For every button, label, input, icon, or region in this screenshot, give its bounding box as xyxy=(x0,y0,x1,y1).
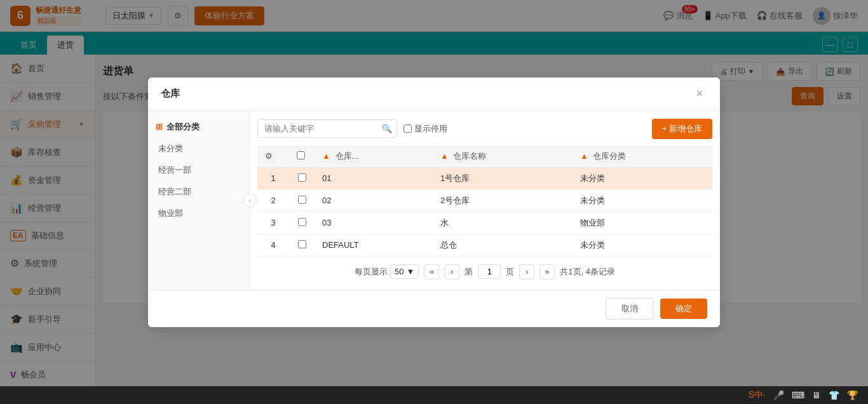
pagination: 每页显示 50 ▼ « ‹ 第 页 › » 共1页, 4条记录 xyxy=(257,257,712,282)
row-code: 03 xyxy=(315,212,433,234)
sort-icon: ▲ xyxy=(322,151,330,161)
modal-overlay[interactable]: 仓库 × ⊞ 全部分类 未分类 经营一部 经营二部 xyxy=(0,0,868,404)
per-page-label: 每页显示 xyxy=(355,266,388,278)
confirm-button[interactable]: 确定 xyxy=(660,299,707,319)
all-categories-item[interactable]: ⊞ 全部分类 xyxy=(148,116,249,138)
first-page-button[interactable]: « xyxy=(424,264,439,279)
row-name: 水 xyxy=(433,212,573,234)
show-disabled-checkbox[interactable]: 显示停用 xyxy=(403,123,447,135)
modal-main-content: 🔍 显示停用 + 新增仓库 ⚙ xyxy=(250,111,720,290)
select-all-checkbox[interactable] xyxy=(297,151,305,159)
category-item-2[interactable]: 经营二部 xyxy=(148,181,249,203)
search-input[interactable] xyxy=(257,119,397,138)
table-row[interactable]: 2 02 2号仓库 未分类 xyxy=(257,189,712,212)
th-name: ▲ 仓库名称 xyxy=(433,145,573,168)
row-name: 2号仓库 xyxy=(433,189,573,212)
th-category: ▲ 仓库分类 xyxy=(573,145,712,168)
modal-title: 仓库 xyxy=(161,88,180,100)
row-checkbox xyxy=(289,167,315,189)
modal-header: 仓库 × xyxy=(148,77,720,111)
close-icon[interactable]: × xyxy=(692,86,707,102)
page-size-dropdown[interactable]: 50 ▼ xyxy=(390,264,419,279)
th-settings: ⚙ xyxy=(257,145,289,168)
microphone-icon[interactable]: 🎤 xyxy=(773,390,784,400)
page-prefix: 第 xyxy=(465,266,473,278)
status-bar: S中· 🎤 ⌨ 🖥 👕 🏆 xyxy=(0,386,868,404)
sort-icon-3: ▲ xyxy=(580,151,588,161)
th-checkbox xyxy=(289,145,315,168)
settings-icon: ⚙ xyxy=(265,151,273,161)
category-item-0[interactable]: 未分类 xyxy=(148,138,249,159)
show-disabled-label: 显示停用 xyxy=(414,123,447,135)
row-actions: 1 xyxy=(257,167,289,189)
shirt-icon[interactable]: 👕 xyxy=(829,390,839,400)
sidebar-collapse-button[interactable]: ‹ xyxy=(243,193,257,207)
row-actions: 2 xyxy=(257,189,289,212)
sort-icon-2: ▲ xyxy=(440,151,449,161)
table-row[interactable]: 3 03 水 物业部 xyxy=(257,212,712,234)
table-row[interactable]: 4 DEFAULT 总仓 未分类 xyxy=(257,234,712,256)
row-code: DEFAULT xyxy=(315,234,433,256)
all-categories-label: 全部分类 xyxy=(166,121,200,133)
row-checkbox xyxy=(289,189,315,212)
modal-body: ⊞ 全部分类 未分类 经营一部 经营二部 物业部 ‹ xyxy=(148,111,720,290)
th-code: ▲ 仓库... xyxy=(315,145,433,168)
warehouse-modal: 仓库 × ⊞ 全部分类 未分类 经营一部 经营二部 xyxy=(148,77,720,327)
row-actions: 4 xyxy=(257,234,289,256)
next-page-button[interactable]: › xyxy=(519,264,534,279)
row-checkbox xyxy=(289,234,315,256)
search-wrap: 🔍 xyxy=(257,119,397,138)
sougou-icon[interactable]: S中· xyxy=(749,389,766,401)
category-item-1[interactable]: 经营一部 xyxy=(148,159,249,181)
chevron-down-icon: ▼ xyxy=(406,267,414,276)
row-code: 01 xyxy=(315,167,433,189)
prev-page-button[interactable]: ‹ xyxy=(444,264,459,279)
keyboard-icon[interactable]: ⌨ xyxy=(792,390,804,400)
modal-category-sidebar: ⊞ 全部分类 未分类 经营一部 经营二部 物业部 ‹ xyxy=(148,111,250,290)
row-checkbox xyxy=(289,212,315,234)
disabled-checkbox[interactable] xyxy=(403,125,412,133)
warehouse-table: ⚙ ▲ 仓库... ▲ xyxy=(257,145,712,257)
row-category: 未分类 xyxy=(573,234,712,256)
grid-icon: ⊞ xyxy=(156,122,163,131)
cancel-button[interactable]: 取消 xyxy=(606,298,654,320)
page-size-select: 每页显示 50 ▼ xyxy=(355,264,419,279)
page-size-value: 50 xyxy=(395,267,403,276)
page-input[interactable] xyxy=(478,264,501,279)
modal-footer: 取消 确定 xyxy=(148,290,720,327)
trophy-icon[interactable]: 🏆 xyxy=(847,390,858,400)
table-body: 1 01 1号仓库 未分类 2 02 2号仓库 xyxy=(257,167,712,256)
row-category: 未分类 xyxy=(573,167,712,189)
total-info: 共1页, 4条记录 xyxy=(560,266,615,278)
last-page-button[interactable]: » xyxy=(539,264,555,279)
row-category: 物业部 xyxy=(573,212,712,234)
category-item-3[interactable]: 物业部 xyxy=(148,203,249,224)
row-name: 总仓 xyxy=(433,234,573,256)
table-row[interactable]: 1 01 1号仓库 未分类 xyxy=(257,167,712,189)
search-icon[interactable]: 🔍 xyxy=(382,124,392,133)
row-category: 未分类 xyxy=(573,189,712,212)
row-code: 02 xyxy=(315,189,433,212)
display-icon[interactable]: 🖥 xyxy=(812,390,821,400)
row-name: 1号仓库 xyxy=(433,167,573,189)
page-suffix: 页 xyxy=(506,266,514,278)
table-container: ⚙ ▲ 仓库... ▲ xyxy=(257,145,712,257)
add-warehouse-button[interactable]: + 新增仓库 xyxy=(652,119,712,139)
modal-toolbar: 🔍 显示停用 + 新增仓库 xyxy=(257,119,712,139)
row-actions: 3 xyxy=(257,212,289,234)
table-header: ⚙ ▲ 仓库... ▲ xyxy=(257,145,712,168)
